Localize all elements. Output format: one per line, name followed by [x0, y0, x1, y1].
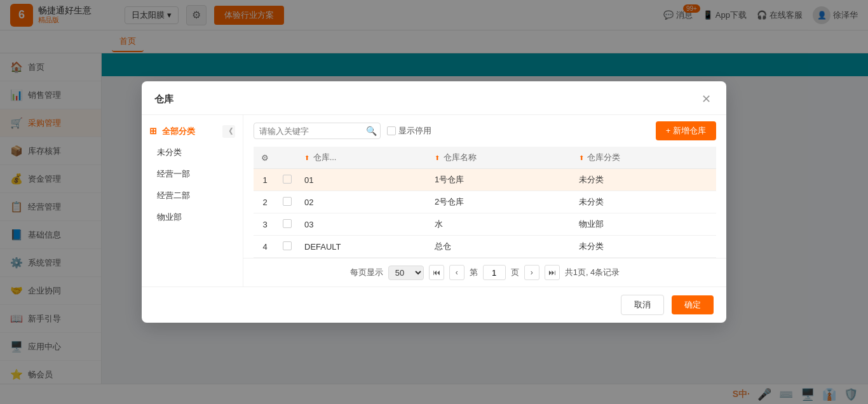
td-code: DEFAULT	[298, 236, 428, 258]
table-row[interactable]: 4 DEFAULT 总仓 未分类	[254, 236, 716, 258]
td-category: 物业部	[573, 213, 716, 236]
page-label: 第	[470, 267, 478, 278]
first-page-button[interactable]: ⏮	[429, 265, 444, 280]
td-checkbox[interactable]	[276, 213, 298, 236]
next-page-button[interactable]: ›	[524, 265, 539, 280]
warehouse-table: ⚙ ⬆ 仓库... ⬆ 仓库名称	[243, 147, 726, 258]
add-warehouse-button[interactable]: + 新增仓库	[656, 121, 716, 140]
prev-page-button[interactable]: ‹	[449, 265, 465, 280]
dialog-body: ⊞ 全部分类 《 未分类 经营一部 经营二部 物业部	[142, 115, 726, 286]
table-header-row: ⚙ ⬆ 仓库... ⬆ 仓库名称	[254, 147, 716, 169]
overlay: 仓库 ✕ ⊞ 全部分类 《 未分类 经营一部	[0, 0, 868, 404]
td-category: 未分类	[573, 191, 716, 213]
last-page-button[interactable]: ⏭	[545, 265, 560, 280]
search-icon: 🔍	[366, 126, 377, 136]
td-name: 2号仓库	[428, 191, 572, 213]
warehouse-dialog: 仓库 ✕ ⊞ 全部分类 《 未分类 经营一部	[142, 81, 726, 323]
page-input[interactable]	[483, 265, 506, 280]
grid-icon: ⊞	[149, 126, 157, 136]
td-category: 未分类	[573, 169, 716, 191]
td-checkbox[interactable]	[276, 169, 298, 191]
cancel-button[interactable]: 取消	[621, 295, 664, 315]
all-category-label: 全部分类	[162, 126, 195, 136]
pagination: 每页显示 50 100 200 ⏮ ‹ 第 页 › ⏭ 共1页, 4条记录	[243, 258, 726, 286]
total-label: 共1页, 4条记录	[565, 267, 620, 278]
row-checkbox[interactable]	[283, 219, 292, 228]
page-end-label: 页	[511, 267, 519, 278]
th-code: ⬆ 仓库...	[298, 147, 428, 169]
td-code: 03	[298, 213, 428, 236]
table-row[interactable]: 2 02 2号仓库 未分类	[254, 191, 716, 213]
category-item-0[interactable]: 未分类	[142, 142, 243, 163]
th-checkbox	[276, 147, 298, 169]
td-category: 未分类	[573, 236, 716, 258]
td-checkbox[interactable]	[276, 191, 298, 213]
per-page-label: 每页显示	[350, 267, 383, 278]
category-panel: ⊞ 全部分类 《 未分类 经营一部 经营二部 物业部	[142, 115, 243, 286]
th-category: ⬆ 仓库分类	[573, 147, 716, 169]
collapse-button[interactable]: 《	[222, 125, 235, 138]
category-item-3[interactable]: 物业部	[142, 206, 243, 228]
row-checkbox[interactable]	[283, 197, 292, 206]
td-checkbox[interactable]	[276, 236, 298, 258]
td-row-num: 1	[254, 169, 276, 191]
close-button[interactable]: ✕	[698, 91, 714, 107]
all-category-header[interactable]: ⊞ 全部分类 《	[142, 121, 243, 142]
show-disabled-toggle[interactable]: 显示停用	[387, 125, 431, 137]
td-name: 1号仓库	[428, 169, 572, 191]
category-item-1[interactable]: 经营一部	[142, 163, 243, 185]
table-toolbar: 🔍 显示停用 + 新增仓库	[243, 115, 726, 147]
table-panel: 🔍 显示停用 + 新增仓库 ⚙	[243, 115, 726, 286]
td-row-num: 4	[254, 236, 276, 258]
td-row-num: 3	[254, 213, 276, 236]
sort-icon-code: ⬆	[304, 154, 309, 161]
table-row[interactable]: 3 03 水 物业部	[254, 213, 716, 236]
td-name: 水	[428, 213, 572, 236]
th-name: ⬆ 仓库名称	[428, 147, 572, 169]
search-wrap[interactable]: 🔍	[254, 123, 381, 139]
search-input[interactable]	[259, 126, 366, 136]
confirm-button[interactable]: 确定	[672, 295, 714, 314]
per-page-select[interactable]: 50 100 200	[388, 266, 424, 280]
dialog-header: 仓库 ✕	[142, 81, 726, 115]
sort-icon-cat: ⬆	[579, 154, 584, 161]
td-code: 02	[298, 191, 428, 213]
show-disabled-checkbox[interactable]	[387, 126, 396, 135]
show-disabled-label: 显示停用	[398, 125, 431, 137]
td-row-num: 2	[254, 191, 276, 213]
row-checkbox[interactable]	[283, 175, 292, 184]
row-checkbox[interactable]	[283, 241, 292, 250]
th-gear: ⚙	[254, 147, 276, 169]
td-name: 总仓	[428, 236, 572, 258]
table-row[interactable]: 1 01 1号仓库 未分类	[254, 169, 716, 191]
td-code: 01	[298, 169, 428, 191]
dialog-footer: 取消 确定	[142, 286, 726, 323]
category-item-2[interactable]: 经营二部	[142, 185, 243, 206]
sort-icon-name: ⬆	[435, 154, 440, 161]
dialog-title: 仓库	[154, 93, 173, 105]
